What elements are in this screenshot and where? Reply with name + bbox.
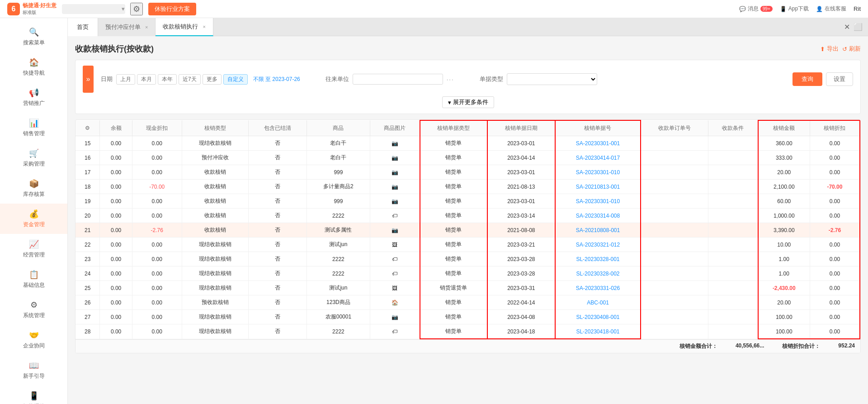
cell-goods-image: 🏠: [370, 295, 420, 310]
sidebar-item-hardware[interactable]: 📱 智能硬件: [0, 385, 67, 404]
bill-no-link[interactable]: ABC-001: [587, 299, 609, 306]
sidebar-item-purchase[interactable]: 🛒 采购管理: [0, 143, 67, 173]
user-name[interactable]: Rit: [854, 5, 861, 12]
bill-no-link[interactable]: SA-20210808-001: [576, 227, 620, 233]
sidebar-item-operations[interactable]: 📈 经营管理: [0, 234, 67, 264]
sidebar: 🔍 搜索菜单 🏠 快捷导航 📢 营销推广 📊 销售管理 🛒 采购管理 📦 库存核…: [0, 18, 68, 404]
sidebar-item-basicinfo[interactable]: 📋 基础信息: [0, 264, 67, 295]
message-area[interactable]: 💬 消息 99+: [739, 5, 773, 13]
date-last-month-btn[interactable]: 上月: [116, 74, 135, 85]
export-button[interactable]: ⬆ 导出: [820, 45, 839, 53]
cell-bill-date: 2023-04-18: [487, 324, 555, 339]
sidebar-item-inventory[interactable]: 📦 库存核算: [0, 173, 67, 204]
cell-discount: 0.00: [132, 209, 182, 223]
bill-no-link[interactable]: SA-20230414-017: [576, 155, 620, 161]
cell-condition: [708, 151, 758, 165]
message-icon: 💬: [739, 6, 746, 12]
expand-label: 展开更多条件: [453, 98, 488, 106]
bill-no-link[interactable]: SA-20230301-001: [576, 140, 620, 147]
cell-bill-no: SA-20230321-012: [555, 238, 641, 252]
cell-goods-image: 🏷: [370, 324, 420, 339]
settings-button[interactable]: 设置: [826, 72, 853, 86]
cell-balance: 0.00: [100, 165, 132, 180]
bill-type-select[interactable]: [507, 73, 597, 85]
top-search-input[interactable]: [62, 4, 125, 14]
filter-row: » 日期 上月 本月 本年 近7天 更多 自定义 不限 至 2023-07-26: [83, 66, 853, 93]
query-button[interactable]: 查询: [793, 72, 822, 86]
bill-no-link[interactable]: SL-20230328-002: [576, 271, 619, 277]
cell-bill-type: 销货单: [420, 223, 487, 238]
marketing-icon: 📢: [29, 88, 39, 98]
bill-no-link[interactable]: SA-20230301-010: [576, 198, 620, 204]
tab-prepayment[interactable]: 预付冲应付单 ×: [98, 18, 156, 36]
sidebar-item-guide[interactable]: 📖 新手引导: [0, 355, 67, 385]
bill-no-link[interactable]: SA-20230321-012: [576, 242, 620, 248]
bill-no-link[interactable]: SL-20230408-001: [576, 314, 619, 320]
cell-type: 现结收款核销: [182, 252, 249, 266]
tab-bar-actions: ✕ ⬜: [844, 23, 868, 31]
col-bill-no: 核销单据号: [555, 120, 641, 136]
cell-amount: 3,390.00: [758, 223, 810, 238]
date-this-year-btn[interactable]: 本年: [158, 74, 177, 85]
sidebar-item-funds[interactable]: 💰 资金管理: [0, 204, 67, 234]
online-service-area[interactable]: 👤 在线客服: [816, 5, 846, 13]
sidebar-item-search[interactable]: 🔍 搜索菜单: [0, 22, 67, 52]
sidebar-item-collab[interactable]: 🤝 企业协同: [0, 325, 67, 355]
tab-collection-close[interactable]: ×: [203, 24, 205, 29]
collapse-button[interactable]: »: [83, 66, 94, 93]
table-row: 19 0.00 0.00 收款核销 否 999 📷 销货单 2023-03-01…: [75, 194, 860, 209]
cell-bill-type: 销货单: [420, 266, 487, 281]
cell-num: 17: [75, 165, 100, 180]
top-bar-left: 6 畅捷通·好生意 标准版 ▾ ⚙ 休验行业方案: [7, 2, 196, 16]
bill-no-link[interactable]: SA-20230301-010: [576, 169, 620, 176]
system-icon: ⚙: [30, 300, 38, 310]
sidebar-item-system[interactable]: ⚙ 系统管理: [0, 295, 67, 325]
cell-amount: 1.00: [758, 266, 810, 281]
col-settings[interactable]: ⚙: [75, 120, 100, 136]
sidebar-item-marketing[interactable]: 📢 营销推广: [0, 82, 67, 113]
cell-bill-no: ABC-001: [555, 295, 641, 310]
cell-order-no: [641, 252, 708, 266]
industry-solution-button[interactable]: 休验行业方案: [148, 3, 196, 15]
sidebar-item-sales[interactable]: 📊 销售管理: [0, 113, 67, 143]
cell-write-off-discount: 0.00: [810, 151, 860, 165]
cell-write-off-discount: 0.00: [810, 238, 860, 252]
cell-bill-date: 2023-03-28: [487, 252, 555, 266]
refresh-button[interactable]: ↺ 刷新: [842, 45, 861, 53]
bill-no-link[interactable]: SA-20230331-026: [576, 285, 620, 291]
app-download-area[interactable]: 📱 App下载: [780, 5, 809, 13]
date-custom-btn[interactable]: 自定义: [223, 74, 248, 85]
expand-conditions-button[interactable]: ▾ 展开更多条件: [442, 96, 494, 108]
sidebar-item-quicknav[interactable]: 🏠 快捷导航: [0, 52, 67, 82]
date-this-month-btn[interactable]: 本月: [137, 74, 156, 85]
bill-no-link[interactable]: SA-20210813-001: [576, 184, 620, 190]
gear-button[interactable]: ⚙: [130, 3, 143, 15]
cell-amount: -2,430.00: [758, 281, 810, 295]
cell-write-off-discount: 0.00: [810, 266, 860, 281]
tab-close-all-button[interactable]: ✕: [844, 23, 850, 31]
table-row: 16 0.00 0.00 预付冲应收 否 老白干 📷 销货单 2023-04-1…: [75, 151, 860, 165]
cell-bill-date: 2021-08-08: [487, 223, 555, 238]
tab-home[interactable]: 首页: [68, 18, 98, 36]
date-more-btn[interactable]: 更多: [203, 74, 222, 85]
tab-prepayment-close[interactable]: ×: [145, 24, 148, 30]
cell-amount: 10.00: [758, 238, 810, 252]
cell-bill-no: SA-20230301-010: [555, 165, 641, 180]
date-7days-btn[interactable]: 近7天: [179, 74, 201, 85]
table-row: 23 0.00 0.00 现结收款核销 否 2222 🏷 销货单 2023-03…: [75, 252, 860, 266]
bill-no-link[interactable]: SA-20230314-008: [576, 213, 620, 219]
col-bill-type: 核销单据类型: [420, 120, 487, 136]
cell-bill-type: 销货单: [420, 238, 487, 252]
partner-input[interactable]: [353, 74, 443, 85]
tab-maximize-button[interactable]: ⬜: [854, 23, 863, 31]
tab-collection[interactable]: 收款核销执行 ×: [156, 18, 213, 36]
page-header: 收款核销执行(按收款) ⬆ 导出 ↺ 刷新: [75, 43, 861, 54]
cell-order-no: [641, 295, 708, 310]
partner-label: 往来单位: [326, 75, 349, 83]
bill-no-link[interactable]: SL-20230328-001: [576, 256, 619, 262]
bill-no-link[interactable]: SL-20230418-001: [576, 328, 619, 335]
cell-num: 21: [75, 223, 100, 238]
cell-goods-image: 📷: [370, 310, 420, 324]
guide-icon: 📖: [29, 361, 39, 371]
col-goods-image: 商品图片: [370, 120, 420, 136]
